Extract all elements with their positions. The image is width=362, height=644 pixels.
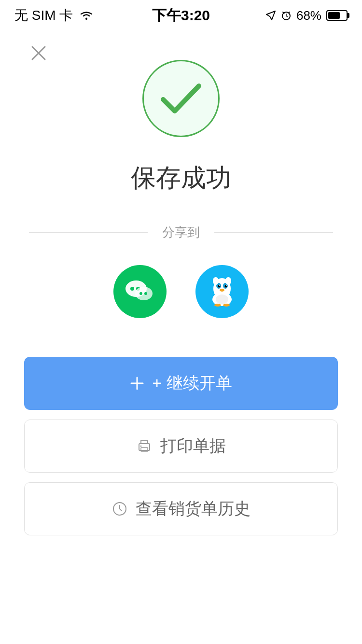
share-label: 分享到 [148, 224, 214, 241]
svg-point-23 [213, 277, 219, 285]
svg-point-20 [216, 294, 228, 304]
divider-left [29, 232, 148, 233]
print-button[interactable]: 打印单据 [24, 420, 338, 473]
qq-icon [206, 275, 238, 308]
wifi-icon [79, 10, 94, 21]
svg-point-14 [218, 285, 221, 288]
status-time: 下午3:20 [152, 6, 210, 26]
plus-icon [130, 376, 144, 391]
svg-point-5 [130, 287, 134, 291]
history-button-label: 查看销货单历史 [136, 498, 251, 520]
svg-point-0 [85, 18, 87, 20]
svg-point-29 [140, 446, 142, 447]
checkmark-icon [159, 79, 203, 118]
svg-point-9 [144, 292, 147, 295]
svg-point-16 [219, 285, 220, 286]
action-buttons: + 继续开单 打印单据 查看销货单历史 [0, 357, 362, 535]
svg-point-8 [139, 292, 142, 295]
battery-percentage: 68% [296, 8, 321, 23]
svg-point-22 [223, 304, 230, 307]
print-button-label: 打印单据 [160, 435, 226, 457]
history-button[interactable]: 查看销货单历史 [24, 482, 338, 535]
status-bar: 无 SIM 卡 下午3:20 68% [0, 0, 362, 31]
main-content: 保存成功 分享到 [0, 31, 362, 535]
alarm-icon [281, 10, 292, 21]
qq-share-button[interactable] [195, 265, 249, 318]
success-circle [142, 60, 220, 137]
share-icons [113, 265, 249, 318]
close-button[interactable] [24, 39, 53, 68]
continue-button-label: + 继续开单 [152, 372, 232, 394]
svg-point-18 [220, 289, 224, 292]
continue-button[interactable]: + 继续开单 [24, 357, 338, 410]
svg-point-7 [135, 287, 153, 300]
svg-point-15 [225, 285, 227, 288]
svg-point-21 [214, 304, 221, 307]
svg-point-24 [225, 277, 231, 285]
battery-icon [326, 10, 348, 21]
wechat-share-button[interactable] [113, 265, 167, 318]
svg-point-17 [226, 285, 227, 286]
share-section: 分享到 [0, 224, 362, 241]
success-title: 保存成功 [131, 161, 231, 195]
wechat-icon [124, 277, 156, 306]
close-icon [28, 43, 49, 63]
divider-right [214, 232, 333, 233]
clock-icon [111, 501, 128, 517]
status-left: 无 SIM 卡 [14, 6, 94, 25]
printer-icon [136, 438, 153, 454]
location-icon [265, 10, 276, 21]
status-right: 68% [265, 8, 348, 23]
carrier-text: 无 SIM 卡 [14, 6, 73, 25]
